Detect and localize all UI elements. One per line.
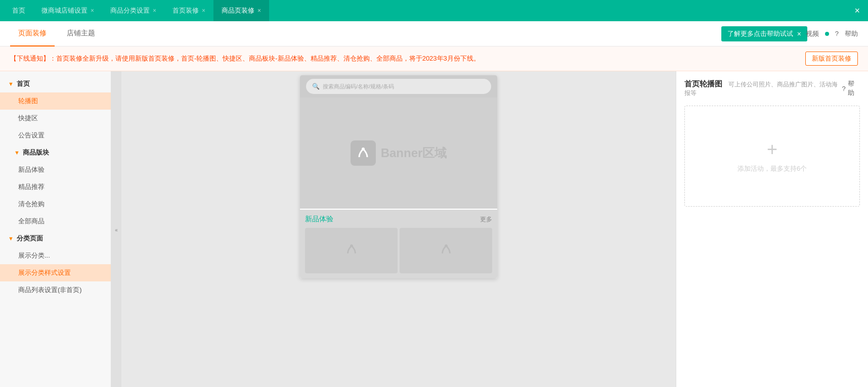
new-homepage-decor-button[interactable]: 新版首页装修	[805, 52, 858, 66]
arrow-icon-product-block: ▼	[14, 150, 20, 156]
tab-home[interactable]: 首页	[4, 0, 33, 21]
tab-product-decor-close[interactable]: ×	[257, 7, 261, 14]
phone-search-bar: 🔍 搜索商品编码/名称/规格/条码	[300, 75, 497, 98]
tab-store-theme[interactable]: 店铺主题	[59, 21, 103, 46]
phone-search-placeholder: 搜索商品编码/名称/规格/条码	[323, 83, 394, 90]
sidebar: ▼ 首页 轮播图 快捷区 公告设置 ▼ 商品版块 新品体验 精品推荐 清仓抢购 …	[0, 71, 111, 387]
add-activity-box[interactable]: + 添加活动，最多支持6个	[684, 106, 860, 207]
dot-icon	[825, 32, 829, 36]
product-card-2-logo	[439, 242, 454, 260]
sidebar-all-products-label: 全部商品	[18, 217, 45, 225]
sidebar-clearance-label: 清仓抢购	[18, 200, 45, 208]
sidebar-collapse-button[interactable]: «	[111, 71, 121, 387]
preview-phone: 🔍 搜索商品编码/名称/规格/条码 Banner区域	[300, 75, 497, 278]
add-activity-plus-icon: +	[767, 139, 777, 160]
sidebar-item-featured[interactable]: 精品推荐	[0, 178, 111, 196]
sidebar-item-product-list[interactable]: 商品列表设置(非首页)	[0, 281, 111, 299]
tab-wechat-store-label: 微商城店铺设置	[41, 6, 88, 15]
sidebar-item-show-category[interactable]: 展示分类...	[0, 247, 111, 264]
main-layout: ▼ 首页 轮播图 快捷区 公告设置 ▼ 商品版块 新品体验 精品推荐 清仓抢购 …	[0, 71, 868, 387]
product-section: 新品体验 更多	[300, 210, 497, 278]
product-section-header: 新品体验 更多	[305, 215, 492, 224]
product-grid	[305, 228, 492, 273]
svg-point-2	[445, 244, 448, 247]
product-section-more: 更多	[480, 215, 492, 224]
sidebar-shortcut-label: 快捷区	[18, 114, 38, 122]
banner-logo-icon	[351, 140, 376, 166]
product-card-1-logo	[344, 242, 359, 260]
sidebar-item-announcement[interactable]: 公告设置	[0, 127, 111, 144]
banner-text: Banner区域	[381, 145, 447, 161]
right-panel-help-label: 帮助	[848, 79, 860, 98]
help-circle-icon: ?	[842, 85, 845, 92]
product-section-title: 新品体验	[305, 215, 333, 224]
sidebar-announcement-label: 公告设置	[18, 131, 45, 139]
tab-product-decor[interactable]: 商品页装修 ×	[213, 0, 269, 21]
sidebar-show-category-label: 展示分类...	[18, 252, 50, 259]
tab-product-category[interactable]: 商品分类设置 ×	[102, 0, 164, 21]
notice-bar: 【下线通知】：首页装修全新升级，请使用新版首页装修，首页-轮播图、快捷区、商品板…	[0, 46, 868, 71]
banner-area: Banner区域	[300, 98, 497, 209]
sidebar-section-category-page[interactable]: ▼ 分类页面	[0, 230, 111, 247]
sidebar-item-all-products[interactable]: 全部商品	[0, 213, 111, 230]
sidebar-item-new-experience[interactable]: 新品体验	[0, 161, 111, 178]
close-all-tabs-button[interactable]: ×	[850, 6, 864, 16]
tab-home-decor[interactable]: 首页装修 ×	[164, 0, 213, 21]
sidebar-item-shortcut[interactable]: 快捷区	[0, 110, 111, 127]
tab-product-category-label: 商品分类设置	[110, 6, 150, 15]
help-label[interactable]: 帮助	[845, 29, 858, 38]
preview-area: 🔍 搜索商品编码/名称/规格/条码 Banner区域	[121, 71, 676, 387]
notice-text: 【下线通知】：首页装修全新升级，请使用新版首页装修，首页-轮播图、快捷区、商品板…	[10, 54, 480, 63]
svg-point-1	[350, 244, 353, 247]
phone-search-input: 🔍 搜索商品编码/名称/规格/条码	[306, 79, 491, 94]
arrow-icon-category-page: ▼	[8, 235, 14, 241]
sidebar-product-list-label: 商品列表设置(非首页)	[18, 286, 82, 294]
add-activity-text: 添加活动，最多支持6个	[737, 164, 807, 173]
search-icon: 🔍	[312, 83, 320, 90]
tab-product-category-close[interactable]: ×	[153, 7, 156, 14]
help-banner-text: 了解更多点击帮助试试	[727, 29, 793, 38]
video-label[interactable]: 视频	[806, 29, 819, 38]
svg-point-0	[362, 148, 365, 151]
sidebar-homepage-label: 首页	[17, 79, 30, 88]
help-icon: ?	[835, 30, 839, 37]
sidebar-item-category-style[interactable]: 展示分类样式设置	[0, 264, 111, 281]
right-panel-help-button[interactable]: ? 帮助	[842, 79, 860, 98]
arrow-icon-homepage: ▼	[8, 81, 14, 87]
help-banner: 了解更多点击帮助试试 ×	[721, 26, 807, 41]
header-right: 视频 ? 帮助	[806, 29, 858, 38]
tab-home-label: 首页	[12, 6, 25, 15]
right-panel-title-group: 首页轮播图 可上传公司照片、商品推广图片、活动海报等	[684, 79, 842, 98]
sidebar-item-banner[interactable]: 轮播图	[0, 92, 111, 110]
product-card-1	[305, 228, 398, 273]
sidebar-category-page-label: 分类页面	[17, 234, 43, 243]
sub-header: 页面装修 店铺主题 了解更多点击帮助试试 × 视频 ? 帮助	[0, 21, 868, 46]
right-panel-header: 首页轮播图 可上传公司照片、商品推广图片、活动海报等 ? 帮助	[684, 79, 860, 98]
sidebar-section-homepage[interactable]: ▼ 首页	[0, 75, 111, 92]
sidebar-banner-label: 轮播图	[18, 97, 38, 105]
sidebar-new-experience-label: 新品体验	[18, 166, 45, 173]
tab-page-decor[interactable]: 页面装修	[10, 21, 55, 46]
sidebar-item-clearance[interactable]: 清仓抢购	[0, 196, 111, 213]
product-card-2	[400, 228, 492, 273]
tab-store-theme-label: 店铺主题	[67, 29, 95, 38]
collapse-icon: «	[115, 227, 118, 233]
banner-logo: Banner区域	[351, 140, 447, 166]
sidebar-section-product-block[interactable]: ▼ 商品版块	[0, 144, 111, 161]
sidebar-featured-label: 精品推荐	[18, 183, 45, 190]
sidebar-product-block-label: 商品版块	[23, 148, 49, 157]
tab-home-decor-close[interactable]: ×	[202, 7, 205, 14]
tab-page-decor-label: 页面装修	[18, 29, 47, 38]
tab-product-decor-label: 商品页装修	[222, 6, 254, 15]
tab-bar: 首页 微商城店铺设置 × 商品分类设置 × 首页装修 × 商品页装修 × ×	[0, 0, 868, 21]
right-panel-title: 首页轮播图	[684, 79, 722, 88]
tab-wechat-store[interactable]: 微商城店铺设置 ×	[33, 0, 102, 21]
sidebar-category-style-label: 展示分类样式设置	[18, 269, 71, 276]
help-banner-close[interactable]: ×	[797, 30, 801, 38]
tab-wechat-store-close[interactable]: ×	[91, 7, 94, 14]
tab-home-decor-label: 首页装修	[172, 6, 199, 15]
right-panel: 首页轮播图 可上传公司照片、商品推广图片、活动海报等 ? 帮助 + 添加活动，最…	[676, 71, 868, 387]
